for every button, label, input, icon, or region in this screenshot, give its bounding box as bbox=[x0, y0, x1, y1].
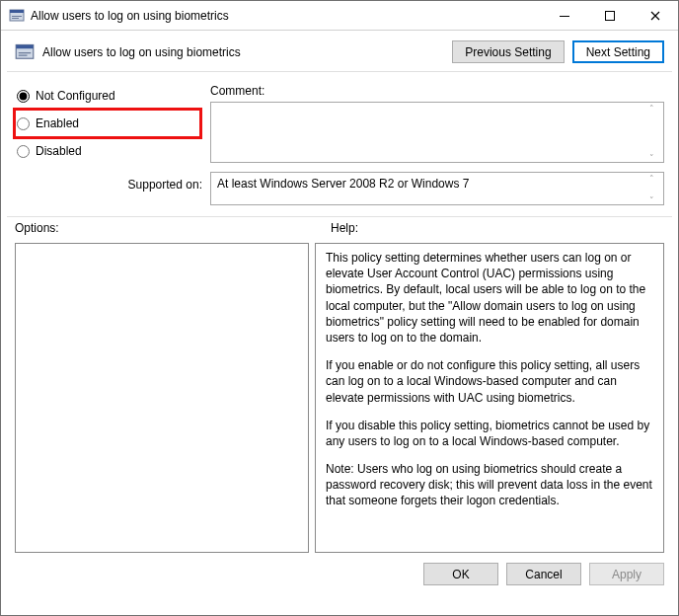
cancel-button[interactable]: Cancel bbox=[506, 563, 581, 585]
radio-enabled[interactable]: Enabled bbox=[15, 110, 200, 137]
titlebar: Allow users to log on using biometrics bbox=[1, 1, 678, 31]
radio-disabled-input[interactable] bbox=[17, 145, 30, 158]
radio-not-configured[interactable]: Not Configured bbox=[15, 82, 200, 110]
policy-icon bbox=[15, 42, 35, 62]
mid-labels: Options: Help: bbox=[1, 217, 678, 239]
svg-rect-5 bbox=[606, 11, 615, 20]
radio-enabled-label: Enabled bbox=[36, 116, 79, 130]
radio-enabled-input[interactable] bbox=[17, 117, 30, 130]
panels: This policy setting determines whether u… bbox=[1, 239, 678, 553]
svg-rect-2 bbox=[12, 16, 22, 17]
supported-label: Supported on: bbox=[15, 172, 202, 192]
policy-title: Allow users to log on using biometrics bbox=[42, 45, 444, 59]
supported-row: Supported on: ˄˅ bbox=[1, 170, 678, 216]
radio-disabled[interactable]: Disabled bbox=[15, 137, 200, 165]
comment-field[interactable] bbox=[210, 102, 664, 163]
options-label: Options: bbox=[15, 221, 331, 235]
help-panel: This policy setting determines whether u… bbox=[315, 243, 664, 553]
help-paragraph: If you enable or do not configure this p… bbox=[326, 357, 653, 406]
comment-field-wrap: ˄˅ bbox=[210, 102, 664, 166]
previous-setting-button[interactable]: Previous Setting bbox=[452, 40, 564, 63]
svg-rect-4 bbox=[560, 16, 569, 17]
minimize-button[interactable] bbox=[542, 1, 587, 30]
scroll-hint: ˄˅ bbox=[649, 175, 661, 205]
help-paragraph: Note: Users who log on using biometrics … bbox=[326, 461, 653, 509]
footer: OK Cancel Apply bbox=[1, 553, 678, 595]
svg-rect-7 bbox=[16, 44, 34, 48]
comment-column: Comment: ˄˅ bbox=[210, 80, 664, 166]
policy-icon bbox=[9, 8, 25, 24]
comment-label: Comment: bbox=[210, 80, 664, 102]
radio-not-configured-label: Not Configured bbox=[36, 89, 115, 103]
radio-not-configured-input[interactable] bbox=[17, 90, 30, 103]
state-radios: Not Configured Enabled Disabled bbox=[15, 80, 200, 166]
svg-rect-3 bbox=[12, 18, 19, 19]
state-area: Not Configured Enabled Disabled Comment:… bbox=[1, 72, 678, 170]
close-button[interactable] bbox=[633, 1, 678, 30]
radio-disabled-label: Disabled bbox=[36, 144, 82, 158]
ok-button[interactable]: OK bbox=[423, 563, 498, 585]
scroll-hint: ˄˅ bbox=[649, 105, 661, 163]
supported-field bbox=[210, 172, 664, 205]
svg-rect-8 bbox=[19, 52, 32, 53]
maximize-button[interactable] bbox=[587, 1, 633, 30]
options-panel bbox=[15, 243, 309, 553]
help-paragraph: This policy setting determines whether u… bbox=[326, 250, 653, 346]
help-paragraph: If you disable this policy setting, biom… bbox=[326, 418, 653, 449]
svg-rect-9 bbox=[19, 54, 28, 55]
help-label: Help: bbox=[331, 221, 358, 235]
apply-button[interactable]: Apply bbox=[589, 563, 664, 585]
svg-rect-1 bbox=[10, 10, 24, 13]
header-row: Allow users to log on using biometrics P… bbox=[1, 31, 678, 71]
next-setting-button[interactable]: Next Setting bbox=[572, 40, 664, 63]
window-title: Allow users to log on using biometrics bbox=[31, 9, 542, 23]
